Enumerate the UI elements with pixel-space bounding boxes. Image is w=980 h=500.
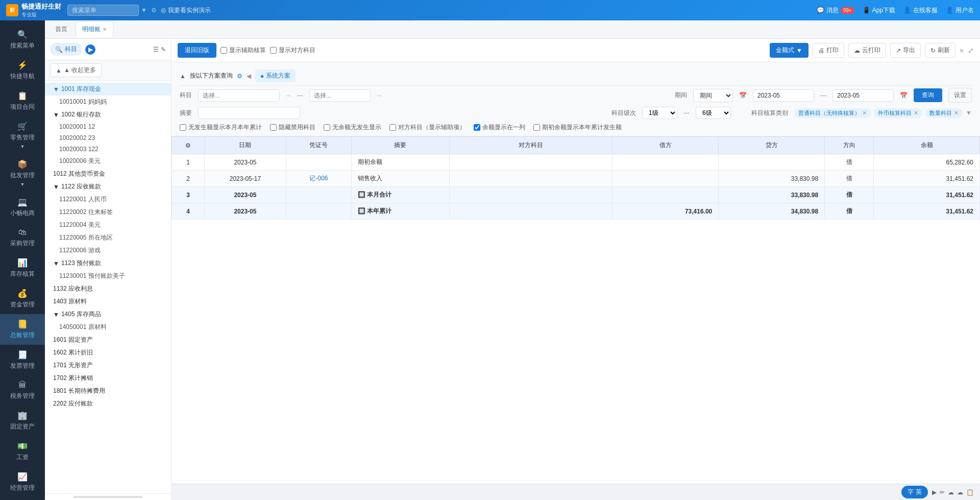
sidebar-item-finance[interactable]: 💰 资金管理 <box>0 283 45 314</box>
tag-normal-remove[interactable]: ✕ <box>862 110 867 116</box>
tree-node-1702[interactable]: 1702 累计摊销 <box>45 372 171 385</box>
print-btn[interactable]: 🖨 打印 <box>813 43 844 58</box>
search-input[interactable] <box>67 5 139 16</box>
period-end-calendar-icon[interactable]: 📅 <box>900 92 908 99</box>
tag-foreign-remove[interactable]: ✕ <box>914 110 918 116</box>
tree-node-10020003[interactable]: 10020003 122 <box>45 144 171 155</box>
tree-node-1002[interactable]: ▼ 1002 银行存款 <box>45 108 171 121</box>
tree-node-1601[interactable]: 1601 固定资产 <box>45 334 171 346</box>
tree-node-1001[interactable]: ▼ 1001 库存现金 <box>45 83 171 96</box>
sidebar-item-ecommerce[interactable]: 💻 小畅电商 <box>0 192 45 223</box>
period-start-input[interactable] <box>753 89 814 102</box>
level-end-select[interactable]: 6级 <box>696 107 731 119</box>
tree-node-1801[interactable]: 1801 长期待摊费用 <box>45 385 171 397</box>
show-aux-input[interactable] <box>220 47 227 54</box>
sidebar-item-assets[interactable]: 🏢 固定资产 <box>0 406 45 436</box>
tree-node-10020002[interactable]: 10020002 23 <box>45 132 171 144</box>
keyboard-icon[interactable]: ▶ <box>932 489 937 496</box>
message-btn[interactable]: 💬 消息 99+ <box>817 6 854 15</box>
demo-link[interactable]: ◎ 我要看实例演示 <box>161 6 211 15</box>
export-btn[interactable]: ↗ 导出 <box>890 43 921 58</box>
tree-node-1405[interactable]: ▼ 1405 库存商品 <box>45 308 171 321</box>
tab-home[interactable]: 首页 <box>49 22 74 37</box>
return-old-btn[interactable]: 退回旧版 <box>178 43 216 58</box>
tree-next-btn[interactable]: ▶ <box>85 44 95 55</box>
period-calendar-icon[interactable]: 📅 <box>739 92 747 99</box>
schema-btn[interactable]: ● 系统方案 <box>255 69 296 82</box>
summary-input[interactable] <box>198 107 300 119</box>
search-dropdown-icon[interactable]: ▼ <box>141 7 147 14</box>
tree-list-icon[interactable]: ☰ <box>153 46 159 53</box>
cb-no-occur-input[interactable] <box>180 124 186 131</box>
expand-more-btn[interactable]: ▲ ▲ 收起更多 <box>50 63 102 77</box>
col-settings[interactable]: ⚙ <box>172 137 205 154</box>
sidebar-item-quicknav[interactable]: ⚡ 快捷导航 <box>0 55 45 86</box>
cb-period-begin[interactable]: 期初余额显示本年累计发生额 <box>533 123 622 132</box>
refresh-btn[interactable]: ↻ 刷新 <box>925 43 955 58</box>
sidebar-item-smallsales[interactable]: 🧮 小畅报销 <box>0 497 45 500</box>
cb-balance-one-col-input[interactable] <box>474 124 480 131</box>
cb-hide-disabled-input[interactable] <box>270 124 277 131</box>
tree-node-11220002[interactable]: 11220002 往来标签 <box>45 206 171 219</box>
tree-node-14050001[interactable]: 14050001 原材料 <box>45 321 171 334</box>
tree-node-1602[interactable]: 1602 累计折旧 <box>45 346 171 359</box>
cell-voucher[interactable]: 记-006 <box>286 171 351 187</box>
subject-end-input[interactable] <box>309 89 371 102</box>
tree-edit-icon[interactable]: ✎ <box>161 46 166 53</box>
online-service-btn[interactable]: 👤 在线客服 <box>903 6 938 15</box>
level-start-select[interactable]: 1级 <box>642 107 677 119</box>
tree-node-1403[interactable]: 1403 原材料 <box>45 295 171 308</box>
sidebar-item-ledger[interactable]: 📒 总账管理 <box>0 314 45 345</box>
tree-node-2202[interactable]: 2202 应付账款 <box>45 397 171 410</box>
cloud-print-btn[interactable]: ☁ 云打印 <box>848 43 886 58</box>
filter-settings-btn[interactable]: 设置 <box>948 88 972 103</box>
cb-hide-disabled[interactable]: 隐藏禁用科目 <box>270 123 315 132</box>
cb-balance-one-col[interactable]: 余额显示在一列 <box>474 123 525 132</box>
show-aux-checkbox[interactable]: 显示辅助核算 <box>220 46 266 55</box>
filter-arrow-icon[interactable]: ◀ <box>247 73 251 80</box>
tree-node-11220001[interactable]: 11220001 人民币 <box>45 193 171 206</box>
tree-node-10020006[interactable]: 10020006 美元 <box>45 155 171 168</box>
cb-opposite-input[interactable] <box>389 124 396 131</box>
cb-opposite[interactable]: 对方科目（显示辅助项） <box>389 123 465 132</box>
tree-node-10010001[interactable]: 10010001 妈妈妈 <box>45 96 171 108</box>
sidebar-item-ops[interactable]: 📈 经营管理 <box>0 467 45 497</box>
tree-node-1012[interactable]: 1012 其他货币资金 <box>45 168 171 180</box>
tree-node-1132[interactable]: 1132 应收利息 <box>45 282 171 295</box>
tree-body[interactable]: ▼ 1001 库存现金 10010001 妈妈妈 ▼ 1002 银行存款 100… <box>45 81 171 493</box>
voucher-link[interactable]: 记-006 <box>309 175 328 182</box>
sidebar-item-search[interactable]: 🔍 搜索菜单 <box>0 25 45 55</box>
show-opposite-input[interactable] <box>270 47 277 54</box>
period-end-input[interactable] <box>832 89 894 102</box>
settings-icon[interactable]: ⚙ <box>151 7 157 14</box>
cloud2-icon[interactable]: ☁ <box>957 489 963 496</box>
sidebar-item-wholesale[interactable]: 📦 批发管理 ▼ <box>0 154 45 192</box>
tag-quantity-remove[interactable]: ✕ <box>954 110 959 116</box>
tree-node-11230001[interactable]: 11230001 预付账款美子 <box>45 270 171 282</box>
tree-node-1701[interactable]: 1701 无形资产 <box>45 359 171 372</box>
tab-detail[interactable]: 明细账 ✕ <box>76 21 113 37</box>
sidebar-item-tax[interactable]: 🏛 税务管理 <box>0 375 45 406</box>
tree-node-1123[interactable]: ▼ 1123 预付账款 <box>45 257 171 270</box>
sidebar-item-retail[interactable]: 🛒 零售管理 ▼ <box>0 116 45 154</box>
tab-close-icon[interactable]: ✕ <box>103 27 107 32</box>
period-type-select[interactable]: 期间 <box>693 89 733 102</box>
gold-mode-btn[interactable]: 金额式 ▼ <box>770 43 808 58</box>
user-avatar[interactable]: 👤 用户名 <box>946 6 974 15</box>
subject-input[interactable] <box>198 89 280 102</box>
edit-icon[interactable]: ✏ <box>940 489 945 496</box>
tree-node-11220004[interactable]: 11220004 美元 <box>45 219 171 231</box>
tree-node-11220005[interactable]: 11220005 所在地区 <box>45 231 171 244</box>
cb-period-begin-input[interactable] <box>533 124 540 131</box>
filter-collapse-icon[interactable]: ▲ <box>180 73 186 80</box>
tree-node-1122[interactable]: ▼ 1122 应收账款 <box>45 180 171 193</box>
tree-node-11220006[interactable]: 11220006 游戏 <box>45 244 171 257</box>
cloud1-icon[interactable]: ☁ <box>948 489 954 496</box>
expand-panel-btn[interactable]: ⤢ <box>968 46 974 55</box>
sidebar-item-payroll[interactable]: 💵 工资 <box>0 436 45 467</box>
clipboard-icon[interactable]: 📋 <box>966 489 974 496</box>
cb-no-occur[interactable]: 无发生额显示本月本年累计 <box>180 123 262 132</box>
cb-no-balance-input[interactable] <box>324 124 330 131</box>
sidebar-item-purchase[interactable]: 🛍 采购管理 <box>0 223 45 253</box>
settings-gear-icon[interactable]: ⚙ <box>237 73 242 80</box>
